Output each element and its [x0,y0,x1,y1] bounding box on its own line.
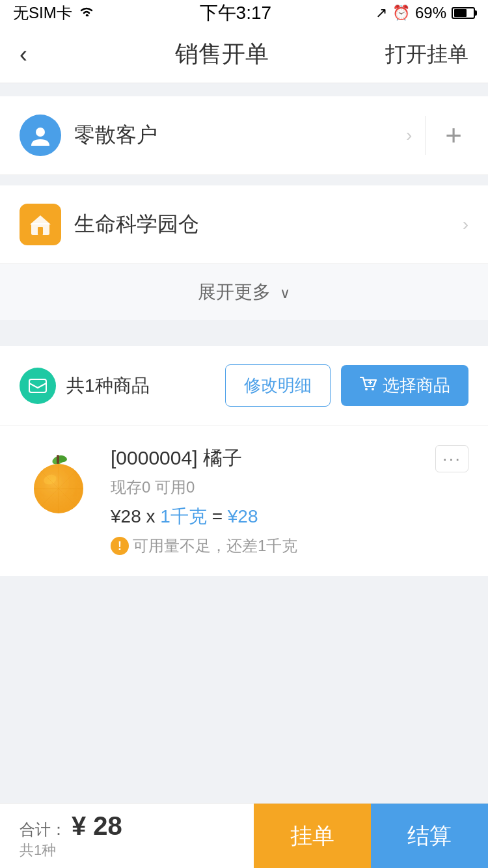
product-code: [0000004] [111,447,197,468]
product-section: 共1种商品 修改明细 选择商品 [0,346,488,576]
status-bar: 无SIM卡 下午3:17 ↗ ⏰ 69% [0,0,488,26]
open-suspend-button[interactable]: 打开挂单 [385,40,468,69]
product-count-icon [20,368,56,404]
page-title: 销售开单 [175,38,269,70]
price-unit: ¥28 [111,506,141,526]
warehouse-arrow-icon: › [463,214,468,235]
expand-arrow-icon: ∨ [280,285,290,301]
product-item: [0000004] 橘子 现存0 可用0 ¥28 x 1千克 = ¥28 ! 可… [0,426,488,576]
product-image [20,445,98,523]
warning-text: 可用量不足，还差1千克 [133,536,297,556]
product-info: [0000004] 橘子 现存0 可用0 ¥28 x 1千克 = ¥28 ! 可… [111,445,468,556]
svg-rect-14 [57,455,59,464]
bottom-bar: 合计： ¥ 28 共1种 挂单 结算 [0,803,488,868]
back-button[interactable]: ‹ [20,41,59,68]
product-stock: 现存0 可用0 [111,477,468,498]
time-display: 下午3:17 [200,1,272,25]
product-warning: ! 可用量不足，还差1千克 [111,536,468,556]
total-price: ¥28 [228,506,258,526]
more-options-button[interactable]: ··· [435,445,468,472]
warning-icon: ! [111,537,129,555]
expand-more-label: 展开更多 [198,282,271,302]
nav-bar: ‹ 销售开单 打开挂单 [0,26,488,83]
divider-v [425,116,426,155]
checkout-button[interactable]: 结算 [371,804,488,869]
carrier-label: 无SIM卡 [13,3,72,23]
customer-arrow-icon: › [406,125,412,146]
warehouse-row[interactable]: 生命科学园仓 › [0,185,488,264]
svg-rect-3 [38,227,43,235]
select-product-label: 选择商品 [383,374,450,397]
customer-row[interactable]: 零散客户 › + [0,96,488,175]
total-label: 合计： [20,819,66,840]
edit-detail-button[interactable]: 修改明细 [225,364,331,407]
equals-sign: = [212,506,228,526]
wifi-icon [77,4,96,22]
svg-point-5 [365,388,368,390]
quantity-value: 1千克 [160,506,207,526]
status-right: ↗ ⏰ 69% [375,4,475,22]
customer-section: 零散客户 › + [0,96,488,175]
product-count-label: 共1种商品 [66,373,225,398]
customer-name: 零散客户 [74,121,406,150]
divider-mid [0,175,488,185]
svg-point-0 [36,128,45,137]
total-amount: ¥ 28 [72,811,122,841]
product-name: [0000004] 橘子 [111,445,468,472]
expand-more-button[interactable]: 展开更多 ∨ [0,264,488,320]
suspend-button[interactable]: 挂单 [254,804,371,869]
multiply-sign: x [146,506,156,526]
product-header: 共1种商品 修改明细 选择商品 [0,346,488,426]
status-left: 无SIM卡 [13,3,96,23]
battery-icon [452,7,475,19]
divider-2 [0,320,488,333]
divider-top [0,83,488,96]
select-product-button[interactable]: 选择商品 [341,365,468,406]
warehouse-name: 生命科学园仓 [74,210,463,239]
location-icon: ↗ [375,5,387,21]
warehouse-icon [20,204,61,245]
add-customer-button[interactable]: + [439,119,468,152]
product-price-row: ¥28 x 1千克 = ¥28 [111,504,468,529]
warehouse-section: 生命科学园仓 › [0,185,488,264]
total-count: 共1种 [20,841,234,860]
total-section: 合计： ¥ 28 共1种 [0,811,254,860]
product-title: 橘子 [203,447,242,468]
svg-rect-4 [29,379,46,392]
total-top: 合计： ¥ 28 [20,811,234,841]
svg-point-6 [372,388,374,390]
cart-icon [359,376,377,396]
battery-percent: 69% [415,4,446,22]
alarm-icon: ⏰ [392,5,410,21]
customer-avatar [20,115,61,156]
svg-marker-2 [30,215,51,224]
